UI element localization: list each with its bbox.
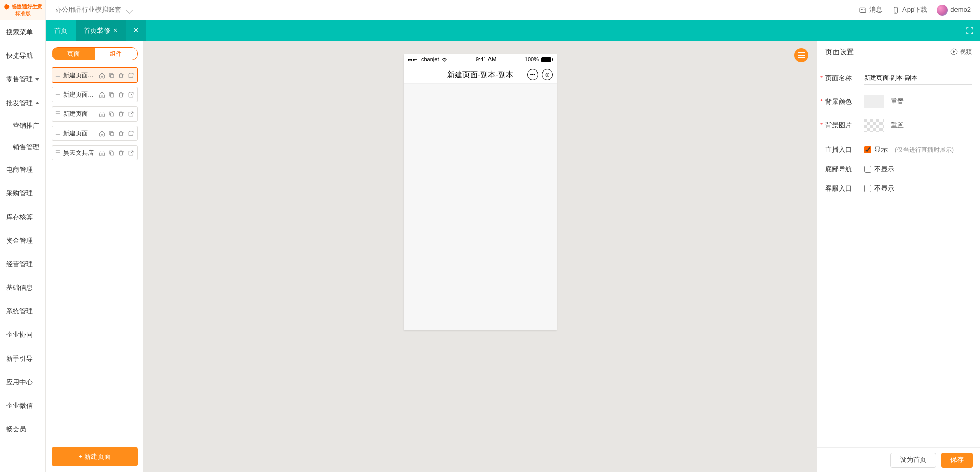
tab-pages[interactable]: 页面	[52, 48, 95, 60]
settings-title: 页面设置	[825, 47, 854, 57]
copy-icon[interactable]	[108, 130, 115, 137]
service-noshow-checkbox[interactable]: 不显示	[864, 184, 894, 193]
page-row[interactable]: ☰新建页面	[52, 106, 138, 122]
page-list-panel: 页面 组件 ☰新建页面-副本...☰新建页面-副本☰新建页面☰新建页面☰昊天文具…	[46, 41, 144, 472]
tab-components[interactable]: 组件	[95, 48, 138, 60]
user-menu[interactable]: demo2	[937, 5, 971, 16]
sidenav-item[interactable]: 企业微信	[0, 394, 45, 417]
page-row[interactable]: ☰新建页面	[52, 126, 138, 141]
bg-img-swatch[interactable]	[864, 119, 884, 132]
delete-icon[interactable]	[118, 91, 125, 98]
phone-time: 9:41 AM	[476, 56, 496, 63]
canvas: chanjet 9:41 AM 100% 新建页面-副本-副本 •••◎	[144, 41, 817, 472]
share-icon[interactable]	[128, 130, 134, 137]
sidenav-item[interactable]: 基础信息	[0, 276, 45, 299]
app-download-button[interactable]: App下载	[892, 5, 927, 14]
sidenav-item[interactable]: 应用中心	[0, 370, 45, 394]
caret-up-icon	[35, 102, 39, 104]
drag-icon[interactable]: ☰	[55, 149, 60, 156]
more-icon: •••	[527, 69, 538, 80]
sidenav-sub-item[interactable]: 营销推广	[0, 115, 45, 136]
drag-icon[interactable]: ☰	[55, 71, 60, 79]
sidenav-item[interactable]: 经营管理	[0, 252, 45, 276]
fullscreen-icon[interactable]	[960, 20, 980, 41]
svg-rect-4	[110, 93, 114, 97]
copy-icon[interactable]	[108, 91, 115, 98]
sidenav-sub-item[interactable]: 销售管理	[0, 136, 45, 158]
sidenav-item[interactable]: 资金管理	[0, 229, 45, 252]
service-entry-label: 客服入口	[825, 184, 857, 193]
drag-icon[interactable]: ☰	[55, 129, 60, 137]
save-button[interactable]: 保存	[941, 453, 973, 468]
sidenav-item[interactable]: 零售管理	[0, 67, 45, 91]
svg-rect-3	[110, 74, 114, 78]
page-name-label: 页面名称	[825, 74, 857, 83]
tab-decorate[interactable]: 首页装修×	[76, 20, 126, 41]
tab-home[interactable]: 首页	[46, 20, 76, 41]
copy-icon[interactable]	[108, 111, 115, 117]
bottom-nav-label: 底部导航	[825, 164, 857, 174]
page-list-tabs: 页面 组件	[52, 47, 138, 60]
caret-down-icon	[35, 78, 39, 81]
page-row-name: 新建页面	[63, 110, 95, 119]
messages-button[interactable]: 消息	[859, 5, 883, 14]
delete-icon[interactable]	[118, 150, 125, 156]
sidenav-item[interactable]: 搜索菜单	[0, 20, 45, 44]
svg-rect-5	[110, 113, 114, 116]
close-all-icon[interactable]: ×	[126, 20, 146, 41]
page-row[interactable]: ☰新建页面-副本...	[52, 67, 138, 83]
svg-rect-6	[110, 132, 114, 136]
close-icon[interactable]: ×	[113, 26, 117, 36]
avatar	[937, 5, 948, 16]
share-icon[interactable]	[128, 150, 134, 156]
home-icon[interactable]	[99, 72, 105, 79]
video-help-button[interactable]: 视频	[950, 48, 972, 56]
delete-icon[interactable]	[118, 72, 125, 79]
sidenav-item[interactable]: 企业协同	[0, 323, 45, 346]
new-page-button[interactable]: + 新建页面	[52, 447, 138, 466]
sidenav-item[interactable]: 库存核算	[0, 205, 45, 229]
page-row[interactable]: ☰新建页面-副本	[52, 87, 138, 102]
sidenav-item[interactable]: 采购管理	[0, 181, 45, 205]
live-show-checkbox[interactable]: 显示	[864, 145, 888, 154]
home-icon[interactable]	[99, 91, 105, 98]
settings-panel: 页面设置 视频 页面名称 背景颜色重置 背景图片重置 直播入口显示(仅当进行直播…	[817, 41, 980, 472]
bg-color-swatch[interactable]	[864, 95, 884, 108]
wifi-icon	[441, 57, 447, 63]
bottom-nav-noshow-checkbox[interactable]: 不显示	[864, 164, 894, 174]
tab-bar: 首页 首页装修× ×	[46, 20, 980, 41]
sidenav-item[interactable]: 电商管理	[0, 158, 45, 181]
copy-icon[interactable]	[108, 150, 115, 156]
copy-icon[interactable]	[108, 72, 115, 79]
delete-icon[interactable]	[118, 111, 125, 117]
share-icon[interactable]	[128, 72, 134, 79]
set-home-button[interactable]: 设为首页	[890, 453, 936, 468]
account-selector[interactable]: 办公用品行业模拟账套	[55, 5, 132, 14]
page-row-name: 新建页面-副本...	[63, 71, 95, 80]
sidenav-item[interactable]: 批发管理	[0, 91, 45, 115]
target-icon: ◎	[542, 69, 553, 80]
chevron-down-icon	[126, 6, 133, 13]
home-icon[interactable]	[99, 150, 105, 156]
drag-icon[interactable]: ☰	[55, 110, 60, 117]
reset-bg-img-button[interactable]: 重置	[891, 121, 904, 130]
svg-rect-1	[860, 8, 866, 12]
sidenav-item[interactable]: 畅会员	[0, 417, 45, 441]
share-icon[interactable]	[128, 91, 134, 98]
home-icon[interactable]	[99, 111, 105, 117]
page-row[interactable]: ☰昊天文具店	[52, 145, 138, 160]
delete-icon[interactable]	[118, 130, 125, 137]
sidenav-item[interactable]: 快捷导航	[0, 44, 45, 67]
side-nav: 搜索菜单快捷导航零售管理批发管理营销推广销售管理电商管理采购管理库存核算资金管理…	[0, 20, 46, 472]
reset-bg-color-button[interactable]: 重置	[891, 97, 904, 106]
panel-toggle-button[interactable]	[794, 48, 808, 62]
page-row-name: 昊天文具店	[63, 149, 95, 157]
share-icon[interactable]	[128, 111, 134, 117]
brand-logo: 畅捷通好生意 标准版	[0, 0, 46, 20]
home-icon[interactable]	[99, 130, 105, 137]
page-name-input[interactable]	[864, 72, 972, 85]
sidenav-item[interactable]: 系统管理	[0, 299, 45, 323]
svg-rect-7	[110, 152, 114, 155]
drag-icon[interactable]: ☰	[55, 90, 60, 98]
sidenav-item[interactable]: 新手引导	[0, 347, 45, 370]
